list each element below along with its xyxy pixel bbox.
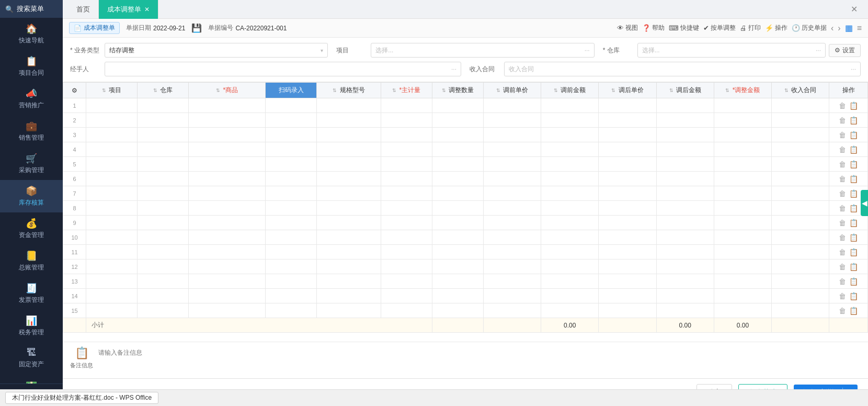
action-history[interactable]: 🕐 历史单据 — [792, 24, 827, 32]
cell-adj-qty[interactable] — [432, 128, 483, 142]
cell-unit[interactable] — [381, 260, 432, 274]
cell-scan[interactable] — [266, 172, 317, 186]
delete-row-icon[interactable]: 🗑 — [839, 160, 846, 168]
cell-income-contract[interactable] — [772, 157, 829, 172]
cell-prev-price[interactable] — [483, 172, 541, 186]
cell-product[interactable] — [189, 186, 266, 201]
cell-adj-amount[interactable] — [714, 274, 771, 289]
cell-scan[interactable] — [266, 216, 317, 230]
cell-scan[interactable] — [266, 230, 317, 245]
settings-button[interactable]: ⚙ 设置 — [829, 44, 861, 57]
table-row[interactable]: 9 🗑 📋 — [63, 216, 868, 230]
cell-after-price[interactable] — [599, 230, 656, 245]
view-grid-icon[interactable]: ▦ — [845, 23, 853, 33]
delete-row-icon[interactable]: 🗑 — [839, 145, 846, 154]
table-row[interactable]: 15 🗑 📋 — [63, 303, 868, 318]
cell-income-contract[interactable] — [772, 201, 829, 216]
cell-adj-amount[interactable] — [714, 201, 771, 216]
cell-after-amount[interactable] — [656, 216, 714, 230]
cell-unit[interactable] — [381, 245, 432, 260]
cell-after-price[interactable] — [599, 201, 656, 216]
cell-project[interactable] — [86, 157, 138, 172]
cell-scan[interactable] — [266, 289, 317, 303]
copy-row-icon[interactable]: 📋 — [849, 233, 858, 242]
copy-row-icon[interactable]: 📋 — [849, 204, 858, 212]
view-list-icon[interactable]: ≡ — [857, 24, 862, 33]
cell-adj-qty[interactable] — [432, 274, 483, 289]
cell-spec[interactable] — [317, 113, 381, 128]
cell-after-amount[interactable] — [656, 303, 714, 318]
cell-income-contract[interactable] — [772, 142, 829, 157]
copy-row-icon[interactable]: 📋 — [849, 189, 858, 198]
delete-row-icon[interactable]: 🗑 — [839, 175, 846, 183]
cell-spec[interactable] — [317, 128, 381, 142]
cell-income-contract[interactable] — [772, 303, 829, 318]
cell-warehouse[interactable] — [138, 245, 189, 260]
cell-income-contract[interactable] — [772, 230, 829, 245]
cell-income-contract[interactable] — [772, 128, 829, 142]
copy-row-icon[interactable]: 📋 — [849, 102, 858, 110]
cell-spec[interactable] — [317, 230, 381, 245]
cell-income-contract[interactable] — [772, 260, 829, 274]
cell-prev-price[interactable] — [483, 274, 541, 289]
sidebar-item-finance-mgmt[interactable]: 💰 资金管理 — [0, 212, 63, 245]
cell-after-price[interactable] — [599, 142, 656, 157]
cell-adj-qty[interactable] — [432, 230, 483, 245]
cell-prev-price[interactable] — [483, 260, 541, 274]
col-header-scan[interactable]: 扫码录入 — [266, 83, 317, 98]
cell-after-price[interactable] — [599, 216, 656, 230]
cell-spec[interactable] — [317, 172, 381, 186]
green-side-tab[interactable]: ◀ — [861, 190, 868, 216]
taskbar-item[interactable]: 木门行业好业财处理方案-暮红红.doc - WPS Office — [5, 392, 158, 404]
copy-row-icon[interactable]: 📋 — [849, 277, 858, 286]
cell-income-contract[interactable] — [772, 289, 829, 303]
table-row[interactable]: 3 🗑 📋 — [63, 128, 868, 142]
cell-unit[interactable] — [381, 303, 432, 318]
cell-after-price[interactable] — [599, 303, 656, 318]
copy-row-icon[interactable]: 📋 — [849, 131, 858, 139]
nav-prev[interactable]: ‹ — [831, 24, 833, 33]
cell-warehouse[interactable] — [138, 216, 189, 230]
cell-warehouse[interactable] — [138, 98, 189, 113]
cell-warehouse[interactable] — [138, 230, 189, 245]
cell-unit[interactable] — [381, 128, 432, 142]
cell-prev-price[interactable] — [483, 98, 541, 113]
cell-adj-amount[interactable] — [714, 142, 771, 157]
cell-product[interactable] — [189, 128, 266, 142]
action-print[interactable]: 🖨 打印 — [740, 24, 761, 32]
cell-scan[interactable] — [266, 186, 317, 201]
cell-spec[interactable] — [317, 245, 381, 260]
cell-scan[interactable] — [266, 303, 317, 318]
cell-unit[interactable] — [381, 230, 432, 245]
cell-adj-amount[interactable] — [714, 128, 771, 142]
cell-after-amount[interactable] — [656, 142, 714, 157]
cell-prev-price[interactable] — [483, 230, 541, 245]
cell-after-amount[interactable] — [656, 245, 714, 260]
cell-adj-amount[interactable] — [714, 113, 771, 128]
copy-row-icon[interactable]: 📋 — [849, 160, 858, 168]
sidebar-item-invoice-mgmt[interactable]: 🧾 发票管理 — [0, 277, 63, 310]
cell-after-amount[interactable] — [656, 230, 714, 245]
income-contract-input[interactable]: 收入合同 ··· — [504, 62, 861, 76]
cell-warehouse[interactable] — [138, 128, 189, 142]
cell-unit[interactable] — [381, 274, 432, 289]
cell-spec[interactable] — [317, 260, 381, 274]
copy-row-icon[interactable]: 📋 — [849, 248, 858, 256]
cell-adj-qty[interactable] — [432, 216, 483, 230]
cell-project[interactable] — [86, 245, 138, 260]
action-check-adjust[interactable]: ✔ 按单调整 — [703, 24, 736, 32]
delete-row-icon[interactable]: 🗑 — [839, 131, 846, 139]
handler-input[interactable]: ··· — [105, 62, 461, 76]
tab-cost-adjust[interactable]: 成本调整单 ✕ — [99, 0, 158, 19]
cell-project[interactable] — [86, 113, 138, 128]
delete-row-icon[interactable]: 🗑 — [839, 277, 846, 286]
cell-after-amount[interactable] — [656, 157, 714, 172]
cell-unit[interactable] — [381, 142, 432, 157]
cell-after-amount[interactable] — [656, 201, 714, 216]
cell-adj-qty[interactable] — [432, 201, 483, 216]
cell-after-amount[interactable] — [656, 172, 714, 186]
cell-project[interactable] — [86, 201, 138, 216]
cell-project[interactable] — [86, 303, 138, 318]
cell-product[interactable] — [189, 201, 266, 216]
cell-warehouse[interactable] — [138, 201, 189, 216]
